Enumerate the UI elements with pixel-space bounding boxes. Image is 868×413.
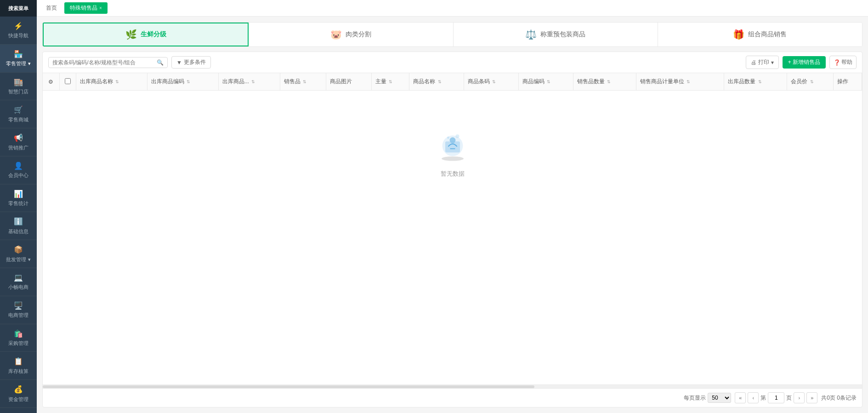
feature-tab-combo-product[interactable]: 🎁 组合商品销售 [658, 23, 862, 46]
help-button[interactable]: ❓ 帮助 [829, 56, 857, 69]
active-tab-label: 特殊销售品 [70, 4, 97, 12]
retail-mgmt-icon: 🏪 [14, 49, 23, 59]
search-box[interactable]: 🔍 [48, 57, 168, 68]
sidebar-item-sales-promo[interactable]: 📢 营销推广 [0, 128, 37, 156]
feature-tab-weight-package[interactable]: ⚖️ 称重预包装商品 [454, 23, 658, 46]
sidebar-item-label: 零售管理 ▾ [6, 60, 30, 67]
wholesale-mgmt-icon: 📦 [14, 245, 23, 255]
col-sales-qty[interactable]: 销售品数量 ⇅ [573, 73, 636, 91]
first-page-button[interactable]: « [735, 392, 746, 403]
col-label: 出库商品编码 [151, 78, 184, 85]
total-label: 共0页 0条记录 [821, 394, 857, 402]
sort-icon: ⇅ [492, 80, 496, 84]
feature-tab-meat-division[interactable]: 🐷 肉类分割 [249, 23, 453, 46]
new-label: + 新增销售品 [788, 58, 820, 66]
col-label: 销售商品计量单位 [640, 78, 684, 85]
table-area: 🔍 ▼ 更多条件 🖨 打印 ▾ + 新增销售品 ❓ 帮助 [42, 52, 862, 407]
col-label: 出库品数量 [728, 78, 755, 85]
home-tab[interactable]: 首页 [42, 4, 61, 12]
print-icon: 🖨 [751, 59, 756, 66]
col-sales-product[interactable]: 销售品 ⇅ [280, 73, 326, 91]
col-product-barcode[interactable]: 商品条码 ⇅ [464, 73, 519, 91]
page-label-pre: 第 [760, 394, 766, 402]
sidebar-item-purchase-mgmt[interactable]: 🛍️ 采购管理 [0, 324, 37, 352]
sidebar-item-retail-stats[interactable]: 📊 零售统计 [0, 184, 37, 212]
sidebar-item-inventory[interactable]: 📋 库存核算 [0, 352, 37, 380]
horizontal-scrollbar[interactable] [43, 384, 862, 388]
col-label: 出库商品名称 [80, 78, 113, 85]
active-tab[interactable]: 特殊销售品 × [64, 2, 108, 14]
inventory-icon: 📋 [14, 356, 23, 367]
prev-page-button[interactable]: ‹ [748, 392, 759, 403]
col-out-stock-qty[interactable]: 出库品数量 ⇅ [724, 73, 787, 91]
col-member-price[interactable]: 会员价 ⇅ [787, 73, 834, 91]
retail-mall-icon: 🛒 [14, 105, 23, 115]
product-table: ⚙ 出库商品名称 ⇅ 出库商品编码 ⇅ [43, 73, 862, 91]
search-input[interactable] [52, 59, 155, 66]
basic-info-icon: ℹ️ [14, 217, 23, 227]
page-input-container [768, 392, 784, 403]
col-label: 会员价 [791, 78, 807, 85]
col-out-product-name[interactable]: 出库商品名称 ⇅ [76, 73, 147, 91]
sort-icon: ⇅ [303, 80, 306, 84]
weight-package-label: 称重预包装商品 [540, 30, 585, 39]
sidebar-item-finance-mgmt[interactable]: 💰 资金管理 [0, 380, 37, 408]
sidebar-item-retail-mgmt[interactable]: 🏪 零售管理 ▾ [0, 45, 37, 73]
sidebar-item-label: 电商管理 [8, 312, 28, 319]
fresh-grade-icon: 🌿 [125, 29, 137, 40]
sort-icon: ⇅ [251, 80, 255, 84]
sidebar-item-label: 基础信息 [8, 228, 28, 235]
combo-product-label: 组合商品销售 [748, 30, 787, 39]
col-main-weight[interactable]: 主量 ⇅ [371, 73, 409, 91]
sort-icon: ⇅ [547, 80, 550, 84]
settings-col-icon: ⚙ [48, 79, 53, 85]
sidebar: 搜索菜单 ⚡ 快捷导航 🏪 零售管理 ▾ 🏬 智慧门店 🛒 零售商城 📢 营销推… [0, 0, 37, 413]
per-page-dropdown[interactable]: 50 10 20 100 [708, 393, 731, 403]
col-checkbox[interactable] [59, 73, 76, 91]
sidebar-item-retail-mall[interactable]: 🛒 零售商城 [0, 100, 37, 128]
sidebar-item-mini-ecom[interactable]: 💻 小畅电商 [0, 268, 37, 296]
filter-button[interactable]: ▼ 更多条件 [171, 56, 211, 69]
sidebar-item-label: 库存核算 [8, 368, 28, 375]
col-product-image[interactable]: 商品图片 [326, 73, 372, 91]
col-product-name[interactable]: 商品名称 ⇅ [409, 73, 464, 91]
col-out-product-code[interactable]: 出库商品编码 ⇅ [147, 73, 218, 91]
fresh-grade-label: 生鲜分级 [141, 30, 166, 39]
col-settings[interactable]: ⚙ [43, 73, 59, 91]
select-all-checkbox[interactable] [65, 78, 71, 84]
feature-tab-fresh-grade[interactable]: 🌿 生鲜分级 [43, 23, 249, 46]
col-action: 操作 [833, 73, 862, 91]
sidebar-item-wholesale-mgmt[interactable]: 📦 批发管理 ▾ [0, 240, 37, 268]
sidebar-item-ecom-mgmt[interactable]: 🖥️ 电商管理 [0, 296, 37, 324]
col-product-code[interactable]: 商品编码 ⇅ [518, 73, 573, 91]
sidebar-item-basic-info[interactable]: ℹ️ 基础信息 [0, 212, 37, 240]
sidebar-logo[interactable]: 搜索菜单 [0, 0, 37, 17]
last-page-button[interactable]: » [806, 392, 817, 403]
sidebar-item-ledger-mgmt[interactable]: 📒 总账管理 [0, 408, 37, 413]
sort-icon: ⇅ [115, 80, 119, 84]
sidebar-item-smart-store[interactable]: 🏬 智慧门店 [0, 73, 37, 101]
sidebar-item-label: 小畅电商 [8, 284, 28, 291]
print-label: 打印 [758, 58, 769, 66]
top-bar: 首页 特殊销售品 × [37, 0, 868, 17]
close-tab-icon[interactable]: × [99, 6, 102, 11]
page-number-input[interactable] [768, 392, 784, 403]
col-label: 出库商品... [222, 78, 249, 85]
sales-promo-icon: 📢 [14, 133, 23, 143]
scrollbar-thumb[interactable] [43, 385, 534, 388]
table-header-row: ⚙ 出库商品名称 ⇅ 出库商品编码 ⇅ [43, 73, 862, 91]
sidebar-item-label: 采购管理 [8, 340, 28, 347]
sidebar-item-label: 批发管理 ▾ [6, 256, 30, 263]
purchase-mgmt-icon: 🛍️ [14, 329, 23, 339]
new-button[interactable]: + 新增销售品 [783, 56, 826, 69]
col-sales-unit[interactable]: 销售商品计量单位 ⇅ [636, 73, 724, 91]
sidebar-item-quick-nav[interactable]: ⚡ 快捷导航 [0, 17, 37, 45]
search-icon[interactable]: 🔍 [157, 59, 164, 66]
next-page-button[interactable]: › [794, 392, 805, 403]
data-table[interactable]: ⚙ 出库商品名称 ⇅ 出库商品编码 ⇅ [43, 73, 862, 384]
pagination: 每页显示 50 10 20 100 « ‹ 第 页 › [43, 388, 862, 407]
col-out-product-detail[interactable]: 出库商品... ⇅ [218, 73, 280, 91]
print-button[interactable]: 🖨 打印 ▾ [746, 56, 779, 69]
sidebar-item-label: 零售统计 [8, 200, 28, 207]
sidebar-item-member-center[interactable]: 👤 会员中心 [0, 156, 37, 184]
